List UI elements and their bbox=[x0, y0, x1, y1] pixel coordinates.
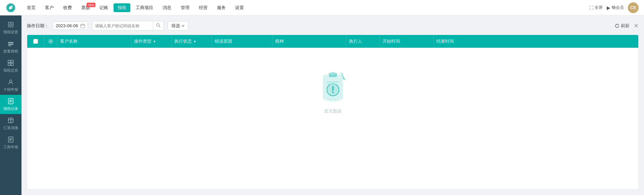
nav-customer[interactable]: 客户 bbox=[41, 3, 58, 12]
date-picker[interactable]: 2023-06-06 bbox=[53, 22, 88, 30]
chevron-down-icon bbox=[181, 24, 185, 28]
th-settings[interactable] bbox=[44, 35, 57, 48]
tax-settings-icon bbox=[7, 21, 14, 28]
svg-point-3 bbox=[10, 24, 12, 26]
filter-button[interactable]: 筛选 bbox=[168, 21, 188, 31]
record-icon bbox=[7, 98, 14, 105]
member-btn[interactable]: ▶ 畅会员 bbox=[607, 5, 624, 10]
svg-point-36 bbox=[332, 92, 334, 93]
svg-rect-5 bbox=[8, 44, 13, 45]
personal-tax-icon bbox=[7, 78, 14, 86]
overview-icon bbox=[7, 59, 14, 67]
nav-business[interactable]: 工商项目 bbox=[132, 3, 157, 12]
search-input[interactable] bbox=[92, 22, 153, 30]
nav-items: 首页 客户 收费 票据 new 记账 报税 工商项目 消息 管理 经营 服务 设… bbox=[23, 3, 589, 12]
svg-rect-8 bbox=[11, 60, 13, 63]
svg-point-27 bbox=[157, 24, 159, 26]
annual-report-icon bbox=[7, 136, 14, 143]
th-operation-type[interactable]: 操作类型 ▼ bbox=[131, 35, 172, 48]
logo[interactable] bbox=[5, 2, 16, 13]
header-checkbox[interactable] bbox=[33, 39, 38, 44]
sidebar-item-settlement[interactable]: 汇算清缴 bbox=[0, 114, 22, 133]
close-button[interactable]: ✕ bbox=[634, 22, 639, 30]
fullscreen-btn[interactable]: ⛶ 全屏 bbox=[589, 5, 603, 10]
svg-rect-7 bbox=[8, 60, 10, 63]
avatar[interactable]: CE bbox=[628, 2, 639, 13]
refresh-icon bbox=[615, 24, 619, 28]
nav-message[interactable]: 消息 bbox=[159, 3, 175, 12]
svg-rect-10 bbox=[11, 63, 13, 66]
nav-settings[interactable]: 设置 bbox=[231, 3, 248, 12]
th-execute-status[interactable]: 执行状态 ▼ bbox=[172, 35, 212, 48]
nav-manage[interactable]: 管理 bbox=[177, 3, 194, 12]
top-nav: 首页 客户 收费 票据 new 记账 报税 工商项目 消息 管理 经营 服务 设… bbox=[0, 0, 644, 15]
th-executor: 执行人 bbox=[346, 35, 380, 48]
nav-invoice[interactable]: 票据 new bbox=[77, 3, 94, 12]
nav-bookkeeping[interactable]: 记账 bbox=[95, 3, 112, 12]
nav-service[interactable]: 服务 bbox=[213, 3, 230, 12]
fullscreen-icon: ⛶ bbox=[589, 5, 593, 10]
svg-rect-6 bbox=[8, 45, 11, 46]
svg-line-28 bbox=[159, 26, 160, 28]
content-area: 操作日期： 2023-06-06 bbox=[22, 15, 644, 195]
svg-rect-4 bbox=[8, 42, 13, 43]
settlement-icon bbox=[7, 117, 14, 124]
sidebar-item-personal-tax[interactable]: 个税申报 bbox=[0, 76, 22, 95]
search-icon bbox=[156, 23, 161, 28]
table-wrapper: 客户名称 操作类型 ▼ 执行状态 ▼ 错误原因 税种 执行人 bbox=[27, 35, 639, 190]
sidebar-item-tax-settings[interactable]: 报税设置 bbox=[0, 18, 22, 37]
th-customer-name: 客户名称 bbox=[57, 35, 131, 48]
svg-rect-33 bbox=[330, 72, 336, 75]
svg-rect-9 bbox=[8, 63, 10, 66]
svg-point-11 bbox=[10, 80, 12, 82]
sort-icon: ▼ bbox=[153, 40, 156, 43]
svg-rect-23 bbox=[81, 24, 85, 28]
top-right-area: ⛶ 全屏 ▶ 畅会员 CE bbox=[589, 2, 639, 13]
refresh-button[interactable]: 刷新 bbox=[615, 23, 630, 29]
nav-home[interactable]: 首页 bbox=[23, 3, 40, 12]
th-checkbox[interactable] bbox=[27, 35, 44, 48]
nav-billing[interactable]: 收费 bbox=[59, 3, 76, 12]
settings-icon bbox=[48, 39, 53, 44]
th-tax-type: 税种 bbox=[272, 35, 346, 48]
date-label: 操作日期： bbox=[27, 23, 49, 29]
svg-point-1 bbox=[11, 5, 13, 7]
th-error-reason: 错误原因 bbox=[212, 35, 272, 48]
empty-state: 暂无数据 bbox=[27, 48, 638, 134]
sort-icon-2: ▼ bbox=[193, 40, 197, 43]
sidebar: 报税设置 批量报税 报税总览 bbox=[0, 15, 22, 195]
svg-rect-2 bbox=[8, 22, 13, 27]
new-badge: new bbox=[87, 3, 95, 7]
sidebar-item-record[interactable]: 报税记录 bbox=[0, 95, 22, 114]
th-end-time: 结束时间 bbox=[434, 35, 481, 48]
svg-point-39 bbox=[326, 99, 340, 102]
sidebar-item-overview[interactable]: 报税总览 bbox=[0, 56, 22, 76]
th-start-time: 开始时间 bbox=[380, 35, 434, 48]
sidebar-item-batch-tax[interactable]: 批量报税 bbox=[0, 37, 22, 56]
top-right-actions: 刷新 ✕ bbox=[615, 22, 639, 30]
calendar-icon bbox=[80, 24, 85, 28]
batch-tax-icon bbox=[7, 40, 14, 47]
search-box bbox=[92, 21, 164, 31]
table-header: 客户名称 操作类型 ▼ 执行状态 ▼ 错误原因 税种 执行人 bbox=[27, 35, 638, 48]
filter-bar: 操作日期： 2023-06-06 bbox=[27, 21, 639, 31]
search-button[interactable] bbox=[153, 21, 163, 30]
empty-illustration bbox=[316, 68, 350, 105]
member-icon: ▶ bbox=[607, 5, 610, 10]
nav-tax[interactable]: 报税 bbox=[114, 3, 130, 12]
date-value: 2023-06-06 bbox=[56, 23, 78, 28]
main-layout: 报税设置 批量报税 报税总览 bbox=[0, 15, 644, 195]
sidebar-item-annual-report[interactable]: 工商年报 bbox=[0, 133, 22, 152]
nav-operation[interactable]: 经营 bbox=[195, 3, 212, 12]
svg-point-29 bbox=[50, 41, 51, 42]
